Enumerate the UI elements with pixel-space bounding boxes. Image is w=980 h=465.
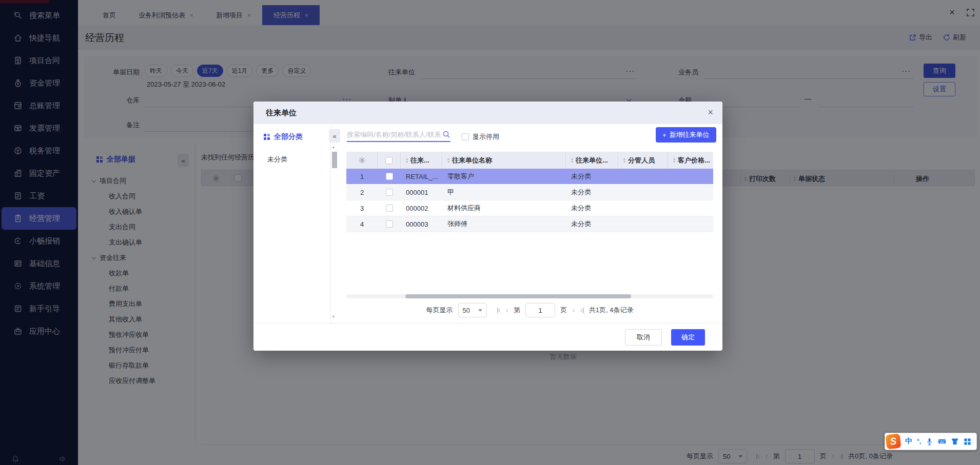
row-checkbox-cell bbox=[378, 169, 401, 184]
scrollbar-thumb[interactable] bbox=[332, 152, 337, 168]
header-cell-checkbox bbox=[378, 152, 401, 169]
keyboard-icon[interactable] bbox=[938, 437, 946, 446]
grid-icon bbox=[264, 134, 270, 140]
row-category: 未分类 bbox=[566, 169, 618, 184]
column-settings-gear-icon[interactable] bbox=[358, 156, 366, 164]
sort-icon[interactable]: ▴▾ bbox=[406, 157, 408, 164]
header-cell-settings bbox=[346, 152, 378, 169]
row-checkbox[interactable] bbox=[386, 189, 393, 196]
modal-close-icon[interactable]: × bbox=[708, 107, 713, 118]
row-code: 000001 bbox=[401, 185, 442, 200]
header-cell-price[interactable]: ▴▾ 客户价格... bbox=[668, 152, 713, 169]
row-code: RETAIL_... bbox=[401, 169, 442, 184]
microphone-icon[interactable] bbox=[926, 438, 933, 446]
modal-search-box bbox=[347, 130, 450, 142]
scrollbar-thumb[interactable] bbox=[405, 294, 631, 298]
category-panel: 全部分类 未分类 bbox=[253, 124, 331, 323]
row-code: 000002 bbox=[401, 200, 442, 216]
column-label: 往来单位... bbox=[576, 156, 608, 165]
next-page-button[interactable]: › bbox=[572, 306, 575, 315]
modal-pagination: 每页显示 50 ‹ ‹ 第 页 › › 共1页, 4条记录 bbox=[346, 302, 713, 318]
ime-punctuation-toggle[interactable]: °, bbox=[917, 438, 921, 445]
all-categories-item[interactable]: 全部分类 bbox=[264, 132, 303, 141]
table-row[interactable]: 3 000002 材料供应商 未分类 bbox=[346, 200, 713, 216]
partner-table-header: ▴▾ 往来... ▴▾ 往来单位名称 ▴▾ 往来单位... ▴▾ 分管人员 ▴▾ bbox=[346, 152, 713, 169]
row-manager bbox=[618, 200, 668, 216]
ime-language-toggle[interactable]: 中 bbox=[905, 437, 912, 446]
row-checkbox-cell bbox=[378, 185, 401, 200]
per-page-value: 50 bbox=[463, 307, 470, 314]
partner-table: ▴▾ 往来... ▴▾ 往来单位名称 ▴▾ 往来单位... ▴▾ 分管人员 ▴▾ bbox=[346, 152, 713, 232]
confirm-button[interactable]: 确定 bbox=[671, 329, 705, 346]
per-page-label: 每页显示 bbox=[426, 306, 453, 315]
toolbox-grid-icon[interactable] bbox=[964, 438, 971, 446]
row-category: 未分类 bbox=[566, 185, 618, 200]
row-name: 零散客户 bbox=[442, 169, 566, 184]
plus-icon: + bbox=[662, 131, 667, 139]
category-scrollbar: ▴ ▾ bbox=[331, 124, 339, 323]
all-categories-label: 全部分类 bbox=[274, 132, 303, 141]
show-disabled-label: 显示停用 bbox=[473, 132, 499, 141]
modal-title: 往来单位 bbox=[266, 108, 297, 118]
row-manager bbox=[618, 216, 668, 232]
row-index: 4 bbox=[346, 216, 378, 232]
scroll-down-icon[interactable]: ▾ bbox=[332, 314, 335, 319]
column-label: 分管人员 bbox=[628, 156, 655, 165]
header-cell-code[interactable]: ▴▾ 往来... bbox=[401, 152, 442, 169]
skin-shirt-icon[interactable] bbox=[951, 437, 959, 446]
show-disabled-option: 显示停用 bbox=[462, 132, 499, 141]
row-price bbox=[668, 169, 713, 184]
table-row[interactable]: 1 RETAIL_... 零散客户 未分类 bbox=[346, 169, 713, 185]
page-prefix: 第 bbox=[514, 306, 520, 315]
per-page-select[interactable]: 50 bbox=[458, 303, 487, 317]
sort-icon[interactable]: ▴▾ bbox=[623, 157, 625, 164]
row-checkbox[interactable] bbox=[386, 220, 393, 228]
category-item-uncategorized[interactable]: 未分类 bbox=[267, 155, 287, 164]
last-page-button[interactable]: › bbox=[580, 306, 583, 315]
add-partner-button[interactable]: + 新增往来单位 bbox=[656, 127, 716, 143]
add-partner-label: 新增往来单位 bbox=[670, 130, 710, 139]
cancel-button[interactable]: 取消 bbox=[625, 329, 662, 346]
first-page-button[interactable]: ‹ bbox=[497, 306, 501, 315]
header-cell-category[interactable]: ▴▾ 往来单位... bbox=[566, 152, 618, 169]
sort-icon[interactable]: ▴▾ bbox=[571, 157, 573, 164]
row-index: 1 bbox=[346, 169, 378, 184]
show-disabled-checkbox[interactable] bbox=[462, 133, 469, 140]
prev-page-button[interactable]: ‹ bbox=[506, 306, 508, 315]
row-category: 未分类 bbox=[566, 200, 618, 216]
partner-picker-modal: 往来单位 × 全部分类 未分类 ▴ ▾ « 显示停用 + 新增往来单位 bbox=[253, 102, 722, 351]
app-root: 搜索菜单 快捷导航 项目合同 资金管理 总账管理 发票管理 bbox=[0, 0, 980, 465]
row-code: 000003 bbox=[401, 216, 442, 232]
row-manager bbox=[618, 169, 668, 184]
sogou-logo-icon[interactable]: S bbox=[886, 434, 901, 450]
modal-footer: 取消 确定 bbox=[253, 323, 722, 351]
column-label: 往来... bbox=[410, 156, 429, 165]
header-cell-manager[interactable]: ▴▾ 分管人员 bbox=[618, 152, 668, 169]
row-index: 2 bbox=[346, 185, 378, 200]
row-name: 材料供应商 bbox=[442, 200, 566, 216]
row-checkbox[interactable] bbox=[386, 205, 393, 212]
pagination-summary: 共1页, 4条记录 bbox=[589, 306, 634, 315]
table-row[interactable]: 4 000003 张师傅 未分类 bbox=[346, 216, 713, 232]
modal-header: 往来单位 × bbox=[253, 102, 722, 124]
row-checkbox[interactable] bbox=[386, 173, 393, 180]
page-number-input[interactable] bbox=[525, 303, 555, 317]
sort-icon[interactable]: ▴▾ bbox=[447, 157, 449, 164]
table-row[interactable]: 2 000001 甲 未分类 bbox=[346, 185, 713, 200]
row-price bbox=[668, 185, 713, 200]
scroll-up-icon[interactable]: ▴ bbox=[332, 145, 335, 149]
row-checkbox-cell bbox=[378, 216, 401, 232]
select-all-checkbox[interactable] bbox=[385, 157, 393, 164]
table-horizontal-scrollbar bbox=[346, 294, 713, 298]
search-icon[interactable] bbox=[442, 130, 450, 138]
column-label: 往来单位名称 bbox=[452, 156, 492, 165]
row-price bbox=[668, 200, 713, 216]
page-suffix: 页 bbox=[560, 306, 567, 315]
row-name: 张师傅 bbox=[442, 216, 566, 232]
header-cell-name[interactable]: ▴▾ 往来单位名称 bbox=[442, 152, 566, 169]
row-name: 甲 bbox=[442, 185, 566, 200]
row-index: 3 bbox=[346, 200, 378, 216]
sort-icon[interactable]: ▴▾ bbox=[673, 157, 675, 164]
modal-search-input[interactable] bbox=[347, 131, 442, 138]
category-collapse-button[interactable]: « bbox=[329, 129, 340, 143]
